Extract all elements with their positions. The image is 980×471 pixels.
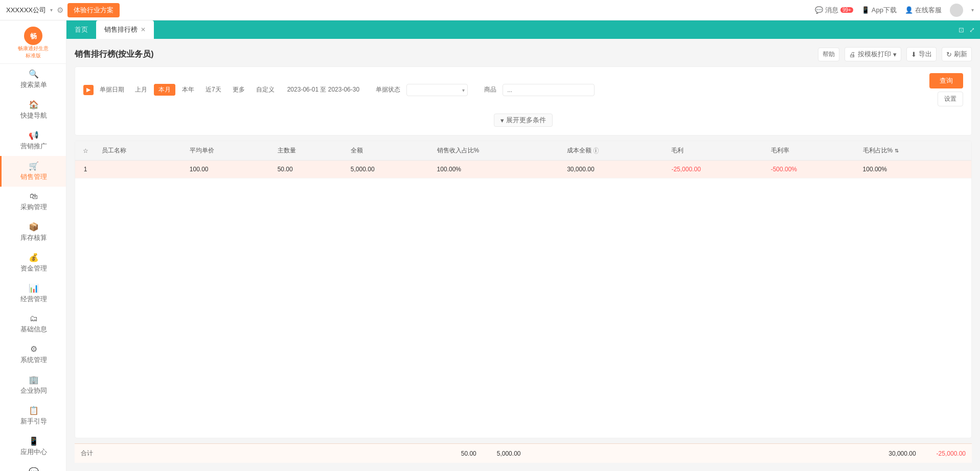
filter-collapse-icon: ▶ bbox=[86, 86, 90, 93]
sidebar-item-sales[interactable]: 🛒 销售管理 bbox=[0, 156, 66, 187]
main-layout: 畅 畅康通好生意标准版 🔍 搜索菜单 🏠 快捷导航 📢 营销推广 🛒 销售管理 … bbox=[0, 20, 980, 471]
sidebar-icon-purchase: 🛍 bbox=[30, 192, 38, 201]
sidebar-item-marketing[interactable]: 📢 营销推广 bbox=[0, 125, 66, 156]
sidebar-item-system[interactable]: ⚙ 系统管理 bbox=[0, 339, 66, 370]
date-tab-this-month[interactable]: 本月 bbox=[154, 84, 175, 96]
sidebar-icon-enterprise: 🏢 bbox=[29, 375, 39, 385]
cost-info-icon[interactable]: i bbox=[594, 147, 599, 154]
sidebar-item-purchase[interactable]: 🛍 采购管理 bbox=[0, 187, 66, 217]
sidebar-label-search: 搜索菜单 bbox=[20, 80, 47, 89]
sidebar-item-quick-nav[interactable]: 🏠 快捷导航 bbox=[0, 95, 66, 125]
sidebar-item-finance[interactable]: 💰 资金管理 bbox=[0, 248, 66, 278]
sidebar-label-operation: 经营管理 bbox=[20, 295, 47, 304]
date-tab-last-month[interactable]: 上月 bbox=[130, 84, 152, 96]
topbar: XXXXXX公司 ▾ ⚙ 体验行业方案 💬 消息 99+ 📱 App下载 👤 在… bbox=[0, 0, 980, 20]
expand-icon: ▾ bbox=[500, 117, 504, 124]
date-tab-this-year[interactable]: 本年 bbox=[177, 84, 199, 96]
sidebar-icon-sales: 🛒 bbox=[29, 161, 39, 171]
chevron-down-icon-print: ▾ bbox=[893, 51, 897, 58]
col-cost: 成本全额 i bbox=[561, 141, 665, 161]
export-btn[interactable]: ⬇ 导出 bbox=[906, 47, 937, 61]
settings-btn[interactable]: 设置 bbox=[938, 92, 963, 106]
avatar[interactable] bbox=[950, 4, 963, 17]
help-btn[interactable]: 帮助 bbox=[818, 48, 839, 61]
industry-btn[interactable]: 体验行业方案 bbox=[67, 3, 120, 17]
sidebar-item-basic[interactable]: 🗂 基础信息 bbox=[0, 309, 66, 339]
col-sales-pct: 销售收入占比% bbox=[431, 141, 561, 161]
table-header-row: ☆ 员工名称 平均单价 主数量 全额 销售收入占比% 成本全额 i 毛利 毛利率… bbox=[75, 141, 971, 161]
cell-profit: -25,000.00 bbox=[665, 161, 764, 178]
profit-pct-sort-icon[interactable]: ⇅ bbox=[895, 148, 899, 153]
online-service-group[interactable]: 👤 在线客服 bbox=[905, 6, 942, 15]
expand-more-btn[interactable]: ▾ 展开更多条件 bbox=[494, 114, 553, 127]
status-select[interactable] bbox=[406, 84, 468, 96]
date-tab-more[interactable]: 更多 bbox=[228, 84, 249, 96]
footer-cost: 30,000.00 bbox=[888, 450, 916, 457]
tab-sales-rank[interactable]: 销售排行榜 ✕ bbox=[96, 20, 154, 39]
status-filter-label: 单据状态 bbox=[376, 85, 400, 94]
expand-more-row: ▾ 展开更多条件 bbox=[83, 111, 963, 129]
col-profit-pct: 毛利占比% ⇅ bbox=[857, 141, 971, 161]
table-body: 1 100.00 50.00 5,000.00 100.00% 30,000.0… bbox=[75, 161, 971, 178]
sidebar-label-purchase: 采购管理 bbox=[20, 203, 47, 212]
date-range-display[interactable]: 2023-06-01 至 2023-06-30 bbox=[287, 85, 359, 94]
sidebar-label-finance: 资金管理 bbox=[20, 264, 47, 273]
col-qty: 主数量 bbox=[271, 141, 345, 161]
message-icon-group[interactable]: 💬 消息 99+ bbox=[815, 6, 853, 15]
refresh-btn[interactable]: ↻ 刷新 bbox=[942, 47, 972, 61]
query-btn[interactable]: 查询 bbox=[929, 73, 963, 88]
sidebar-icon-app-center: 📱 bbox=[29, 436, 39, 446]
col-total: 全额 bbox=[345, 141, 431, 161]
page-header: 销售排行榜(按业务员) 帮助 🖨 按模板打印 ▾ ⬇ 导出 ↻ 刷新 bbox=[75, 47, 972, 61]
date-tab-custom[interactable]: 自定义 bbox=[252, 84, 279, 96]
svg-text:畅: 畅 bbox=[30, 32, 36, 40]
date-tabs: 上月 本月 本年 近7天 更多 自定义 bbox=[130, 84, 279, 96]
sidebar-item-app-center[interactable]: 📱 应用中心 bbox=[0, 431, 66, 462]
cell-total: 5,000.00 bbox=[345, 161, 431, 178]
filter-collapse-btn[interactable]: ▶ bbox=[83, 85, 94, 95]
tab-expand-icon[interactable]: ⤢ bbox=[969, 26, 975, 34]
col-profit: 毛利 bbox=[665, 141, 764, 161]
sidebar-item-wechat[interactable]: 💬 企业微信 bbox=[0, 462, 66, 471]
tab-close-icon[interactable]: ✕ bbox=[141, 26, 146, 33]
topbar-right: 💬 消息 99+ 📱 App下载 👤 在线客服 ▾ bbox=[815, 4, 974, 17]
sidebar-icon-basic: 🗂 bbox=[30, 314, 38, 323]
sidebar-item-search[interactable]: 🔍 搜索菜单 bbox=[0, 64, 66, 95]
print-btn[interactable]: 🖨 按模板打印 ▾ bbox=[845, 47, 901, 61]
data-table: ☆ 员工名称 平均单价 主数量 全额 销售收入占比% 成本全额 i 毛利 毛利率… bbox=[75, 141, 971, 178]
app-download-icon: 📱 bbox=[861, 6, 870, 14]
gear-icon[interactable]: ⚙ bbox=[57, 6, 63, 15]
sidebar-icon-guide: 📋 bbox=[29, 406, 39, 415]
online-service-label: 在线客服 bbox=[915, 6, 942, 15]
chevron-down-icon[interactable]: ▾ bbox=[50, 7, 53, 13]
col-name: 员工名称 bbox=[96, 141, 184, 161]
sidebar-item-guide[interactable]: 📋 新手引导 bbox=[0, 400, 66, 431]
app-download-group[interactable]: 📱 App下载 bbox=[861, 6, 897, 15]
table-footer: 合计 50.00 5,000.00 30,000.00 -25,000.00 bbox=[75, 443, 972, 463]
sidebar-item-enterprise[interactable]: 🏢 企业协同 bbox=[0, 370, 66, 400]
page-content: 销售排行榜(按业务员) 帮助 🖨 按模板打印 ▾ ⬇ 导出 ↻ 刷新 bbox=[66, 39, 980, 471]
status-select-wrapper bbox=[406, 84, 468, 96]
tab-home[interactable]: 首页 bbox=[66, 20, 96, 39]
sidebar-icon-quick-nav: 🏠 bbox=[29, 100, 39, 109]
cell-profit-rate: -500.00% bbox=[765, 161, 857, 178]
table-container: ☆ 员工名称 平均单价 主数量 全额 销售收入占比% 成本全额 i 毛利 毛利率… bbox=[75, 141, 972, 438]
tab-bar-right: ⊡ ⤢ bbox=[959, 26, 980, 34]
company-name[interactable]: XXXXXX公司 bbox=[6, 6, 46, 15]
footer-qty: 50.00 bbox=[461, 450, 476, 457]
sidebar-item-operation[interactable]: 📊 经营管理 bbox=[0, 278, 66, 309]
sidebar-icon-operation: 📊 bbox=[29, 283, 39, 293]
logo-icon: 畅 bbox=[24, 27, 42, 45]
sidebar-icon-marketing: 📢 bbox=[29, 130, 39, 140]
tab-bar: 首页 销售排行榜 ✕ ⊡ ⤢ bbox=[66, 20, 980, 39]
chevron-down-icon-right[interactable]: ▾ bbox=[971, 7, 974, 13]
sidebar-icon-search: 🔍 bbox=[29, 69, 39, 79]
tab-minimize-icon[interactable]: ⊡ bbox=[959, 26, 964, 34]
sidebar: 畅 畅康通好生意标准版 🔍 搜索菜单 🏠 快捷导航 📢 营销推广 🛒 销售管理 … bbox=[0, 20, 66, 471]
message-badge: 99+ bbox=[840, 7, 853, 13]
filter-actions: 查询 设置 bbox=[929, 73, 963, 106]
goods-input[interactable] bbox=[503, 84, 595, 96]
sidebar-label-marketing: 营销推广 bbox=[20, 142, 47, 151]
sidebar-item-inventory[interactable]: 📦 库存核算 bbox=[0, 217, 66, 248]
date-tab-7days[interactable]: 近7天 bbox=[201, 84, 226, 96]
